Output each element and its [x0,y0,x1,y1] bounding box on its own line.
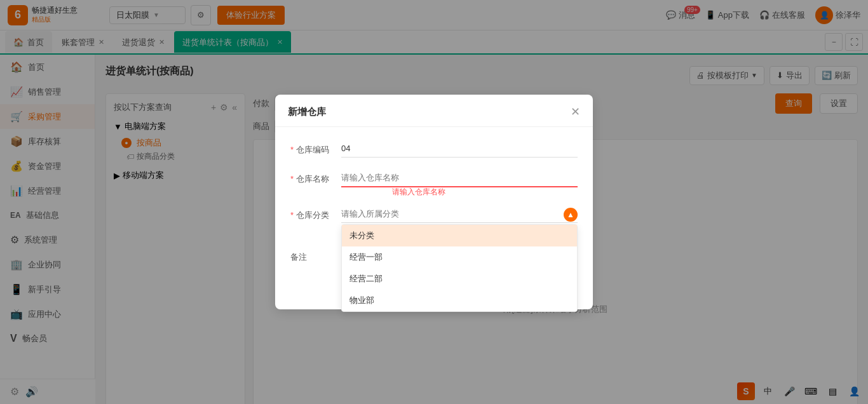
modal-new-warehouse: 新增仓库 ✕ * 仓库编码 * 仓库名称 请输入仓库名称 * [275,95,593,309]
dropdown-item-dept1[interactable]: 经营一部 [342,246,577,268]
category-dropdown: 未分类 经营一部 经营二部 物业部 [341,224,578,312]
category-label: * 仓库分类 [290,205,341,221]
name-input[interactable] [341,169,578,187]
category-dropdown-toggle[interactable]: ▲ [564,208,578,222]
dropdown-item-property[interactable]: 物业部 [342,290,577,311]
name-error-message: 请输入仓库名称 [392,187,445,198]
modal-title: 新增仓库 [288,106,326,118]
form-row-category: * 仓库分类 ▲ 未分类 经营一部 经营二部 物业部 [290,205,578,223]
category-required: * [290,210,294,220]
category-input[interactable] [341,205,578,223]
code-required: * [290,145,294,154]
form-row-name: * 仓库名称 请输入仓库名称 [290,169,578,187]
code-input[interactable] [341,140,578,158]
modal-header: 新增仓库 ✕ [275,95,593,127]
form-row-code: * 仓库编码 [290,140,578,158]
modal-close-button[interactable]: ✕ [571,105,580,119]
remark-label: 备注 [290,247,341,263]
modal-body: * 仓库编码 * 仓库名称 请输入仓库名称 * 仓库分类 ▲ [275,127,593,247]
dropdown-item-dept2[interactable]: 经营二部 [342,268,577,290]
dropdown-item-unclassified[interactable]: 未分类 [342,225,577,246]
name-required: * [290,174,294,184]
name-label: * 仓库名称 [290,169,341,185]
code-label: * 仓库编码 [290,140,341,156]
